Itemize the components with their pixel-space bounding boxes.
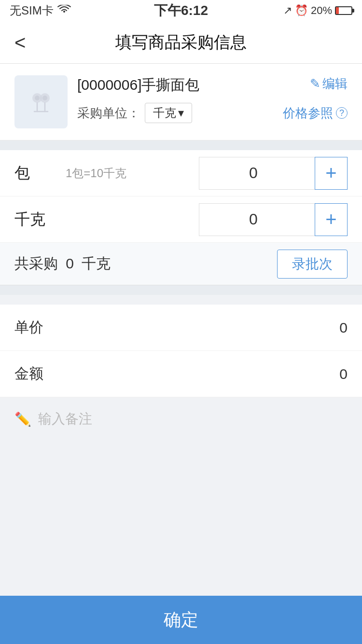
carrier-label: 无SIM卡 (10, 3, 54, 18)
note-section[interactable]: ✏️ 输入备注 (0, 397, 362, 441)
unit-price-value: 0 (339, 320, 348, 336)
pencil-icon: ✏️ (14, 411, 31, 427)
section-divider-2 (0, 285, 362, 295)
empty-area (0, 441, 362, 586)
price-ref-label: 价格参照 (283, 105, 333, 122)
edit-label: 编辑 (322, 75, 348, 92)
page-title: 填写商品采购信息 (115, 31, 247, 54)
quantity-control-bag: + (199, 157, 348, 190)
note-placeholder: 输入备注 (38, 410, 92, 428)
product-image (14, 75, 68, 128)
nav-bar: < 填写商品采购信息 (0, 21, 362, 64)
amount-label: 金额 (14, 364, 43, 384)
quantity-input-bag[interactable] (199, 157, 315, 190)
total-row: 共采购 0 千克 录批次 (0, 243, 362, 285)
alarm-icon: ⏰ (295, 4, 308, 17)
svg-point-1 (35, 96, 40, 100)
unit-select-dropdown[interactable]: 千克 ▾ (145, 103, 192, 123)
product-card: [0000006]手撕面包 ✎ 编辑 采购单位： 千克 ▾ 价格参照 ? (0, 64, 362, 140)
svg-point-3 (42, 96, 47, 100)
battery-indicator (335, 6, 352, 15)
wifi-icon (57, 4, 71, 17)
unit-label: 采购单位： 千克 ▾ (77, 103, 192, 123)
unit-prefix: 采购单位： (77, 105, 140, 122)
total-label: 共采购 (14, 255, 58, 271)
amount-value: 0 (339, 366, 348, 382)
product-name: [0000006]手撕面包 (77, 75, 199, 95)
unit-value: 千克 (153, 105, 176, 121)
product-header: [0000006]手撕面包 ✎ 编辑 (77, 75, 348, 95)
unit-price-label: 单价 (14, 318, 43, 337)
total-unit: 千克 (82, 255, 111, 271)
price-info-section: 单价 0 金额 0 (0, 305, 362, 397)
confirm-button[interactable]: 确定 (0, 596, 362, 644)
product-footer: 采购单位： 千克 ▾ 价格参照 ? (77, 103, 348, 123)
quantity-plus-kg[interactable]: + (315, 203, 348, 236)
quantity-sublabel-bag: 1包=10千克 (66, 166, 126, 181)
record-batch-button[interactable]: 录批次 (277, 250, 348, 279)
status-right: ↗ ⏰ 20% (283, 4, 352, 17)
total-amount: 0 (66, 255, 74, 271)
unit-price-row: 单价 0 (0, 305, 362, 351)
back-button[interactable]: < (14, 33, 26, 52)
quantity-section: 包 1包=10千克 + 千克 + (0, 150, 362, 243)
status-bar: 无SIM卡 下午6:12 ↗ ⏰ 20% (0, 0, 362, 21)
status-time: 下午6:12 (154, 1, 208, 20)
help-icon: ? (336, 107, 348, 119)
price-ref-button[interactable]: 价格参照 ? (283, 105, 348, 122)
amount-row: 金额 0 (0, 351, 362, 397)
product-info: [0000006]手撕面包 ✎ 编辑 采购单位： 千克 ▾ 价格参照 ? (77, 75, 348, 123)
section-divider-1 (0, 140, 362, 150)
quantity-label-bag: 包 (14, 163, 63, 184)
quantity-row-kg: 千克 + (0, 196, 362, 243)
quantity-label-kg: 千克 (14, 209, 63, 230)
chevron-down-icon: ▾ (178, 106, 184, 120)
edit-icon: ✎ (310, 76, 320, 91)
edit-button[interactable]: ✎ 编辑 (310, 75, 348, 92)
location-icon: ↗ (283, 4, 292, 17)
quantity-row-bag: 包 1包=10千克 + (0, 150, 362, 196)
quantity-input-kg[interactable] (199, 203, 315, 236)
quantity-control-kg: + (199, 203, 348, 236)
battery-pct: 20% (311, 4, 332, 17)
quantity-plus-bag[interactable]: + (315, 157, 348, 190)
status-left: 无SIM卡 (10, 3, 71, 18)
total-text: 共采购 0 千克 (14, 254, 111, 274)
